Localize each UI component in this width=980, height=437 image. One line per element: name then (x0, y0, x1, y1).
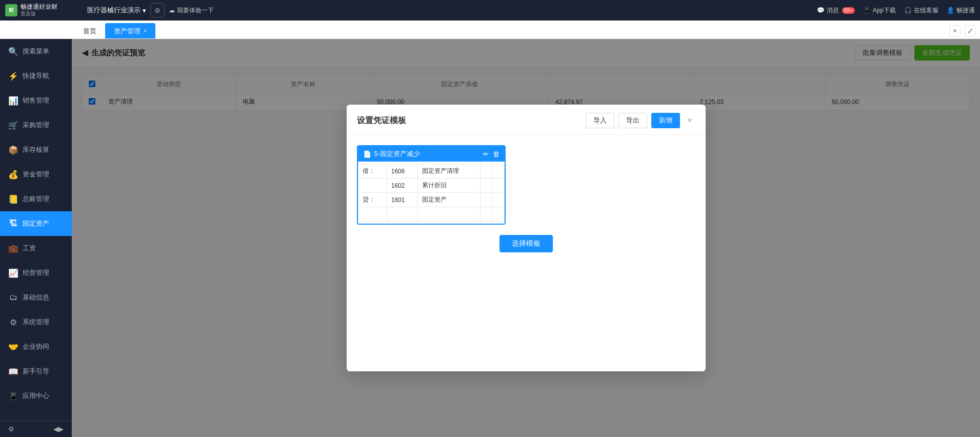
sidebar-item-finance[interactable]: 💰 资金管理 (0, 162, 72, 187)
entry-code-2: 1602 (387, 178, 417, 193)
basics-icon: 🗂 (8, 293, 18, 302)
sidebar-item-search[interactable]: 🔍 搜索菜单 (0, 39, 72, 64)
entry-type-3: 贷： (358, 193, 387, 207)
entry-code-1: 1606 (387, 164, 417, 178)
window-close-button[interactable]: × (949, 25, 961, 36)
entry-debit-2 (480, 178, 492, 193)
modal-overlay: 设置凭证模板 导入 导出 新增 × 📄 5-固定资产减少 (72, 39, 980, 437)
sidebar-item-enterprise[interactable]: 🤝 企业协同 (0, 334, 72, 359)
salary-icon: 💼 (8, 244, 18, 253)
entry-account-3: 固定资产 (417, 193, 480, 207)
user-icon: 👤 (947, 7, 954, 14)
quicknav-icon: ⚡ (8, 71, 18, 81)
window-maximize-button[interactable]: ⤢ (965, 25, 976, 36)
user-menu[interactable]: 👤 畅捷通 (947, 6, 975, 15)
sidebar-item-salary[interactable]: 💼 工资 (0, 236, 72, 261)
tabbar: 首页 资产管理 × × ⤢ (0, 21, 980, 39)
sidebar-item-guide[interactable]: 📖 新手引导 (0, 359, 72, 384)
topbar-right: 💬 消息 99+ 📱 App下载 🎧 在线客服 👤 畅捷通 (817, 6, 975, 15)
sidebar-item-apps[interactable]: 📱 应用中心 (0, 384, 72, 408)
entry-account-1: 固定资产清理 (417, 164, 480, 178)
template-entries-table: 借： 1606 固定资产清理 1602 (358, 164, 505, 222)
window-controls: × ⤢ (949, 25, 980, 38)
import-button[interactable]: 导入 (586, 113, 614, 128)
online-service-button[interactable]: 🎧 在线客服 (904, 6, 938, 15)
export-button[interactable]: 导出 (618, 113, 647, 128)
topbar-center: 医疗器械行业演示 ▾ ⚙ ☁ 我要体验一下 (77, 3, 817, 17)
finance-icon: 💰 (8, 170, 18, 180)
sidebar-item-purchase[interactable]: 🛒 采购管理 (0, 113, 72, 137)
sidebar-item-quicknav[interactable]: ⚡ 快捷导航 (0, 64, 72, 88)
sidebar-bottom: ⚙ ◀▶ (0, 421, 72, 437)
dialog-header-actions: 导入 导出 新增 × (586, 113, 695, 128)
tab-asset-management[interactable]: 资产管理 × (105, 23, 155, 38)
sidebar-item-ledger[interactable]: 📒 总账管理 (0, 187, 72, 211)
template-edit-icon[interactable]: ✏ (483, 150, 489, 158)
sidebar-item-fixed-assets[interactable]: 🏗 固定资产 (0, 211, 72, 236)
sidebar-collapse-icon[interactable]: ◀▶ (53, 425, 64, 433)
logo: 财 畅捷通好业财 普及版 (5, 3, 77, 17)
sidebar: 🔍 搜索菜单 ⚡ 快捷导航 📊 销售管理 🛒 采购管理 📦 库存核算 💰 资金管… (0, 39, 72, 437)
main-layout: 🔍 搜索菜单 ⚡ 快捷导航 📊 销售管理 🛒 采购管理 📦 库存核算 💰 资金管… (0, 39, 980, 437)
template-doc-icon: 📄 (363, 150, 371, 158)
entry-type-4 (358, 207, 387, 222)
dialog-title: 设置凭证模板 (357, 115, 406, 126)
logo-sub: 普及版 (21, 10, 57, 17)
template-card-header: 📄 5-固定资产减少 ✏ 🗑 (358, 146, 505, 162)
entry-credit-3 (492, 193, 504, 207)
dialog: 设置凭证模板 导入 导出 新增 × 📄 5-固定资产减少 (347, 105, 706, 371)
message-icon: 💬 (817, 7, 825, 14)
entry-account-4 (417, 207, 480, 222)
sales-icon: 📊 (8, 96, 18, 106)
enterprise-icon: 🤝 (8, 342, 18, 352)
entry-code-3: 1601 (387, 193, 417, 207)
entry-debit-1 (480, 164, 492, 178)
template-entry-row-3: 贷： 1601 固定资产 (358, 193, 504, 207)
headset-icon: 🎧 (904, 7, 912, 14)
content-area: ◀ 生成的凭证预览 批量调整模板 全部生成凭证 变动类型 资产名称 固定资产原值 (72, 39, 980, 437)
tab-home[interactable]: 首页 (74, 23, 105, 38)
messages-badge: 99+ (842, 7, 855, 14)
phone-icon: 📱 (863, 7, 871, 14)
apps-icon: 📱 (8, 391, 18, 401)
sidebar-item-system[interactable]: ⚙ 系统管理 (0, 310, 72, 334)
entry-code-4 (387, 207, 417, 222)
template-card-body: 借： 1606 固定资产清理 1602 (358, 162, 505, 224)
guide-icon: 📖 (8, 367, 18, 376)
entry-type-1: 借： (358, 164, 387, 178)
dropdown-icon: ▾ (143, 7, 146, 14)
new-button[interactable]: 新增 (651, 113, 680, 128)
messages-button[interactable]: 💬 消息 99+ (817, 6, 855, 15)
template-entry-row-1: 借： 1606 固定资产清理 (358, 164, 504, 178)
sidebar-item-sales[interactable]: 📊 销售管理 (0, 88, 72, 113)
topbar: 财 畅捷通好业财 普及版 医疗器械行业演示 ▾ ⚙ ☁ 我要体验一下 💬 消息 … (0, 0, 980, 21)
entry-credit-1 (492, 164, 504, 178)
template-delete-icon[interactable]: 🗑 (493, 150, 499, 158)
experience-button[interactable]: ☁ 我要体验一下 (169, 6, 214, 15)
purchase-icon: 🛒 (8, 121, 18, 130)
fixed-assets-icon: 🏗 (8, 219, 18, 228)
app-download-button[interactable]: 📱 App下载 (863, 6, 896, 15)
company-name[interactable]: 医疗器械行业演示 ▾ (87, 6, 146, 15)
select-template-button[interactable]: 选择模板 (499, 235, 553, 252)
dialog-close-button[interactable]: × (684, 115, 695, 126)
dialog-header: 设置凭证模板 导入 导出 新增 × (347, 105, 706, 135)
topbar-settings-icon[interactable]: ⚙ (150, 3, 165, 17)
dialog-body: 📄 5-固定资产减少 ✏ 🗑 (347, 135, 706, 371)
sidebar-item-basics[interactable]: 🗂 基础信息 (0, 285, 72, 310)
entry-type-2 (358, 178, 387, 193)
sidebar-item-operations[interactable]: 📈 经营管理 (0, 261, 72, 285)
template-entry-row-4 (358, 207, 504, 222)
template-card: 📄 5-固定资产减少 ✏ 🗑 (357, 145, 506, 225)
logo-text: 畅捷通好业财 (21, 3, 57, 10)
template-entry-row-2: 1602 累计折旧 (358, 178, 504, 193)
template-card-actions: ✏ 🗑 (483, 150, 499, 158)
sidebar-item-inventory[interactable]: 📦 库存核算 (0, 137, 72, 162)
tab-close-icon[interactable]: × (144, 28, 147, 34)
entry-debit-3 (480, 193, 492, 207)
ledger-icon: 📒 (8, 194, 18, 204)
template-card-title: 📄 5-固定资产减少 (363, 149, 421, 158)
search-icon: 🔍 (8, 47, 18, 56)
system-icon: ⚙ (8, 317, 18, 327)
sidebar-settings-icon[interactable]: ⚙ (8, 425, 14, 433)
